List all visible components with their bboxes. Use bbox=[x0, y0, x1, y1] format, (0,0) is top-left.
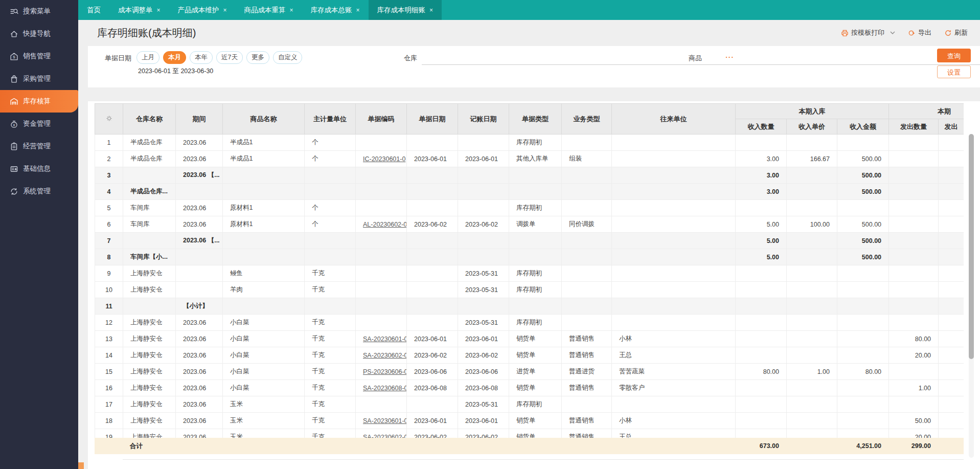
cell-period: 2023.06 bbox=[176, 347, 223, 364]
print-by-template-button[interactable]: 按模板打印 bbox=[841, 28, 895, 37]
cell-num: 1 bbox=[95, 135, 123, 151]
cell-doc_type: 库存期初 bbox=[509, 135, 562, 151]
sidebar-item-basic-info[interactable]: 基础信息 bbox=[0, 158, 78, 180]
colgroup-period-out: 本期 bbox=[889, 104, 964, 119]
tab-product-cost-maintain[interactable]: 产品成本维护× bbox=[169, 0, 236, 20]
cell-price_out bbox=[939, 216, 964, 233]
tab-close-icon[interactable]: × bbox=[429, 7, 433, 14]
tab-close-icon[interactable]: × bbox=[157, 7, 161, 14]
cell-code bbox=[356, 265, 407, 282]
sidebar-item-search-menu[interactable]: 搜索菜单 bbox=[0, 0, 78, 23]
cell-partner bbox=[612, 298, 736, 315]
doc-code-link[interactable]: SA-20230601-0 bbox=[363, 417, 407, 425]
cell-qty_in bbox=[736, 396, 787, 413]
sidebar-item-operations[interactable]: 经营管理 bbox=[0, 135, 78, 158]
tab-cost-adjustment[interactable]: 成本调整单× bbox=[109, 0, 169, 20]
chevron-down-icon[interactable] bbox=[890, 31, 895, 35]
cell-price_out bbox=[939, 282, 964, 298]
cell-period: 2023.06 bbox=[176, 331, 223, 347]
tab-inventory-cost-detail[interactable]: 库存成本明细账× bbox=[369, 0, 442, 20]
tab-product-cost-recalc[interactable]: 商品成本重算× bbox=[236, 0, 302, 20]
moneybag-icon: ¥ bbox=[10, 120, 18, 128]
query-button[interactable]: 查询 bbox=[937, 49, 971, 62]
cell-unit: 千克 bbox=[305, 413, 356, 429]
doc-code-link[interactable]: IC-20230601-0 bbox=[363, 155, 405, 163]
date-pill-last-month[interactable]: 上月 bbox=[136, 51, 159, 64]
cell-product: 小白菜 bbox=[223, 315, 305, 331]
date-pill-custom[interactable]: 自定义 bbox=[273, 51, 303, 64]
cell-doc_date bbox=[407, 396, 458, 413]
cell-warehouse: 半成品仓库... bbox=[123, 184, 176, 200]
export-button[interactable]: 导出 bbox=[908, 28, 931, 37]
date-pill-this-month[interactable]: 本月 bbox=[163, 51, 186, 64]
cell-price_in bbox=[787, 282, 837, 298]
cell-unit bbox=[305, 298, 356, 315]
sidebar-item-inventory-accounting[interactable]: 库存核算 bbox=[0, 90, 78, 113]
total-cell-unit bbox=[304, 438, 355, 454]
doc-code-link[interactable]: PS-20230606-0 bbox=[363, 368, 407, 375]
date-pill-this-year[interactable]: 本年 bbox=[190, 51, 213, 64]
colgroup-period-in: 本期入库 bbox=[736, 104, 889, 119]
tab-home[interactable]: 首页 bbox=[78, 0, 109, 20]
cell-code bbox=[356, 184, 407, 200]
corner-handle[interactable] bbox=[78, 462, 84, 469]
tab-label: 首页 bbox=[87, 6, 101, 15]
cell-partner bbox=[612, 265, 736, 282]
doc-code-link[interactable]: AL-20230602-0 bbox=[363, 221, 407, 228]
cell-price_out bbox=[939, 298, 964, 315]
cell-doc_date: 2023-06-02 bbox=[407, 216, 458, 233]
table-row: 4半成品仓库...3.00500.00 bbox=[95, 184, 964, 200]
total-cell-period bbox=[175, 438, 222, 454]
date-pill-more[interactable]: 更多 bbox=[246, 51, 269, 64]
sidebar-item-purchase[interactable]: 采购管理 bbox=[0, 68, 78, 90]
cell-unit bbox=[305, 167, 356, 184]
cell-code bbox=[356, 298, 407, 315]
refresh-button[interactable]: 刷新 bbox=[944, 28, 968, 37]
cell-biz_type: 组装 bbox=[562, 151, 612, 167]
tab-close-icon[interactable]: × bbox=[356, 7, 360, 14]
sidebar-item-quick-nav[interactable]: 快捷导航 bbox=[0, 23, 78, 45]
table-settings-gear[interactable] bbox=[95, 104, 123, 135]
cell-book_date: 2023-05-31 bbox=[458, 265, 509, 282]
table-row: 11【小计】 bbox=[95, 298, 964, 315]
cell-code: SA-20230601-0 bbox=[356, 413, 407, 429]
total-cell-partner bbox=[611, 438, 735, 454]
col-amount-in: 收入金额 bbox=[837, 119, 889, 135]
cell-product: 小白菜 bbox=[223, 364, 305, 380]
col-qty-out: 发出数量 bbox=[889, 119, 939, 135]
cell-product bbox=[223, 184, 305, 200]
tab-close-icon[interactable]: × bbox=[223, 7, 227, 14]
cell-num: 7 bbox=[95, 233, 123, 249]
tab-inventory-cost-ledger[interactable]: 库存成本总账× bbox=[302, 0, 369, 20]
settings-button[interactable]: 设置 bbox=[937, 65, 971, 78]
cell-price_in bbox=[787, 200, 837, 216]
cell-book_date: 2023-06-01 bbox=[458, 151, 509, 167]
date-pill-last-7-days[interactable]: 近7天 bbox=[216, 51, 243, 64]
vertical-scrollbar-thumb[interactable] bbox=[969, 134, 974, 359]
cell-qty_in: 3.00 bbox=[736, 184, 787, 200]
table-row: 18上海静安仓2023.06玉米千克SA-20230601-02023-06-0… bbox=[95, 413, 964, 429]
cell-amount_in bbox=[837, 347, 889, 364]
col-biz-type: 业务类型 bbox=[562, 104, 612, 135]
doc-code-link[interactable]: SA-20230601-0 bbox=[363, 336, 407, 343]
cell-warehouse: 上海静安仓 bbox=[123, 413, 176, 429]
cell-price_out bbox=[939, 184, 964, 200]
tab-close-icon[interactable]: × bbox=[290, 7, 293, 14]
cell-amount_in bbox=[837, 396, 889, 413]
sidebar-item-system[interactable]: 系统管理 bbox=[0, 180, 78, 203]
tab-label: 成本调整单 bbox=[118, 6, 153, 15]
cell-book_date: 2023-06-02 bbox=[458, 347, 509, 364]
cell-amount_in: 500.00 bbox=[837, 151, 889, 167]
vertical-scrollbar-track[interactable] bbox=[969, 134, 974, 458]
cell-doc_type bbox=[509, 249, 562, 265]
doc-code-link[interactable]: SA-20230602-0 bbox=[363, 352, 407, 359]
col-doc-type: 单据类型 bbox=[509, 104, 562, 135]
doc-code-link[interactable]: SA-20230608-0 bbox=[363, 385, 407, 392]
sidebar-item-funds[interactable]: ¥资金管理 bbox=[0, 113, 78, 135]
cell-doc_date: 2023-06-08 bbox=[407, 380, 458, 396]
cell-code bbox=[356, 167, 407, 184]
cell-qty_in bbox=[736, 298, 787, 315]
sidebar-item-sales[interactable]: $销售管理 bbox=[0, 45, 78, 68]
cell-book_date: 2023-06-08 bbox=[458, 380, 509, 396]
cell-period: 2023.06 bbox=[176, 413, 223, 429]
